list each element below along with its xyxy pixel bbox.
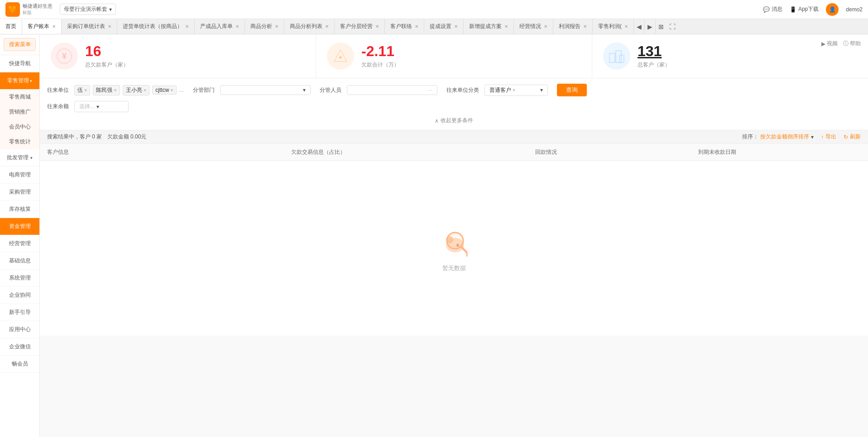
close-icon[interactable]: ✕ — [624, 24, 628, 29]
sidebar-item-wholesale-mgmt[interactable]: 批发管理 ▾ — [0, 149, 39, 166]
help-btn[interactable]: ⓘ 帮助 — [843, 40, 861, 48]
remove-cjttcw-btn[interactable]: × — [170, 87, 173, 93]
close-icon[interactable]: ✕ — [504, 24, 508, 29]
filter-row-1: 往来单位 伍 × 陈民强 × 王小亮 × cjttcw — [47, 84, 861, 96]
sidebar-item-marketing[interactable]: 营销推广 — [0, 104, 39, 119]
sidebar-item-quick-nav[interactable]: 快捷导航 — [0, 55, 39, 72]
tab-new-promotion-plan[interactable]: 新增提成方案 ✕ — [464, 19, 514, 34]
sidebar-item-retail-mall[interactable]: 零售商城 — [0, 90, 39, 104]
phone-icon: 📱 — [790, 6, 796, 13]
username-label: demo2 — [846, 6, 863, 13]
close-icon[interactable]: ✕ — [583, 24, 587, 29]
sidebar-search-area: 搜索菜单 — [0, 34, 39, 55]
person-select[interactable]: ··· — [347, 85, 437, 95]
close-icon[interactable]: ✕ — [235, 24, 239, 29]
sidebar-item-basic-info[interactable]: 基础信息 — [0, 252, 39, 270]
remove-wang-btn[interactable]: × — [144, 87, 146, 93]
tab-purchase-stat-by-product[interactable]: 进货单统计表（按商品） ✕ — [117, 19, 195, 34]
tab-business-situation[interactable]: 经营情况 ✕ — [514, 19, 553, 34]
collapse-label: 收起更多条件 — [441, 117, 473, 124]
tab-promotion-settings[interactable]: 提成设置 ✕ — [424, 19, 464, 34]
close-icon[interactable]: ✕ — [185, 24, 189, 29]
sidebar-item-enterprise-coop[interactable]: 企业协同 — [0, 287, 39, 304]
sort-select[interactable]: 排序： 按欠款金额倒序排序 ▾ — [742, 133, 814, 141]
sidebar-item-retail-stats[interactable]: 零售统计 — [0, 134, 39, 149]
filter-tag-wu: 伍 × — [74, 85, 90, 95]
tab-purchase-order-stat[interactable]: 采购订单统计表 ✕ — [62, 19, 117, 34]
tab-profit-report[interactable]: 利润报告 ✕ — [553, 19, 593, 34]
unit-category-select[interactable]: 普通客户 × ▾ — [484, 85, 548, 96]
tab-product-analysis-list[interactable]: 商品分析列表 ✕ — [284, 19, 335, 34]
close-icon[interactable]: ✕ — [375, 24, 379, 29]
dept-select[interactable]: ▾ — [220, 85, 311, 95]
filter-tag-wang: 王小亮 × — [123, 85, 149, 95]
retail-profit-label: 零售利润( — [598, 23, 622, 30]
stat-overdue-customers-content: 16 总欠款客户（家） — [85, 43, 129, 69]
tab-prev-btn[interactable]: ◀ — [634, 19, 645, 34]
close-icon[interactable]: ✕ — [52, 24, 56, 29]
home-tab-label: 首页 — [5, 23, 16, 30]
close-icon[interactable]: ✕ — [415, 24, 418, 29]
tag-chen-label: 陈民强 — [96, 86, 112, 94]
filter-area: 往来单位 伍 × 陈民强 × 王小亮 × cjttcw — [40, 78, 868, 130]
sidebar-item-inventory[interactable]: 库存核算 — [0, 201, 39, 218]
sidebar-item-member-center[interactable]: 会员中心 — [0, 119, 39, 134]
remove-chen-btn[interactable]: × — [114, 87, 116, 93]
person-filter-label: 分管人员 — [320, 86, 341, 94]
message-btn[interactable]: 💬 消息 — [763, 5, 782, 13]
purchase-order-stat-label: 采购订单统计表 — [67, 23, 105, 30]
sidebar-item-app-center[interactable]: 应用中心 — [0, 321, 39, 338]
new-promotion-plan-label: 新增提成方案 — [469, 23, 502, 30]
remove-category-btn[interactable]: × — [513, 87, 515, 93]
col-due-date: 到期未收款日期 — [698, 148, 861, 156]
close-icon[interactable]: ✕ — [325, 24, 329, 29]
logo-area: 🧡 畅捷通好生意 标版 — [5, 2, 53, 17]
tab-customer-contact[interactable]: 客户联络 ✕ — [385, 19, 424, 34]
data-table: 客户信息 欠款交易信息（占比） 回款情况 到期未收款日期 — [40, 144, 868, 336]
avatar[interactable]: 👤 — [826, 3, 839, 16]
close-icon[interactable]: ✕ — [454, 24, 458, 29]
refresh-label: 刷新 — [850, 133, 861, 141]
filter-tag-chen: 陈民强 × — [93, 85, 120, 95]
tab-customer-account[interactable]: 客户账本 ✕ — [22, 19, 62, 34]
balance-select[interactable]: 选择... ▾ — [74, 101, 129, 112]
tab-home[interactable]: 首页 — [0, 19, 22, 34]
sidebar-item-ecommerce-mgmt[interactable]: 电商管理 — [0, 166, 39, 184]
tab-product-analysis[interactable]: 商品分析 ✕ — [245, 19, 284, 34]
collapse-btn[interactable]: ∧ 收起更多条件 — [47, 117, 861, 124]
export-btn[interactable]: ↑ 导出 — [821, 133, 836, 141]
query-btn[interactable]: 查询 — [557, 84, 587, 96]
filter-more-indicator[interactable]: ... — [179, 87, 184, 93]
account-label: 母婴行业演示帐套 — [64, 5, 107, 13]
tab-product-inbound[interactable]: 产成品入库单 ✕ — [195, 19, 245, 34]
sidebar-item-retail-mgmt[interactable]: 零售管理 ▾ — [0, 72, 39, 90]
tab-customer-segment[interactable]: 客户分层经营 ✕ — [335, 19, 385, 34]
tab-next-btn[interactable]: ▶ — [645, 19, 656, 34]
refresh-btn[interactable]: ↻ 刷新 — [844, 133, 861, 141]
tab-retail-profit[interactable]: 零售利润( ✕ — [593, 19, 634, 34]
account-select[interactable]: 母婴行业演示帐套 ▾ — [60, 4, 116, 15]
sidebar-item-enterprise-wechat[interactable]: 企业微信 — [0, 338, 39, 356]
export-label: 导出 — [825, 133, 836, 141]
close-icon[interactable]: ✕ — [544, 24, 547, 29]
sidebar-item-new-guide[interactable]: 新手引导 — [0, 304, 39, 321]
stat-overdue-amount-value: -2.11 — [361, 43, 399, 59]
unit-category-label: 往来单位分类 — [446, 86, 479, 94]
sidebar-search-btn[interactable]: 搜索菜单 — [4, 38, 36, 51]
remove-wu-btn[interactable]: × — [84, 87, 87, 93]
sidebar-item-vip-member[interactable]: 畅会员 — [0, 356, 39, 373]
sidebar-item-capital-mgmt[interactable]: 资金管理 — [0, 218, 39, 235]
result-actions: 排序： 按欠款金额倒序排序 ▾ ↑ 导出 ↻ 刷新 — [742, 133, 861, 141]
app-download-btn[interactable]: 📱 App下载 — [790, 5, 819, 13]
tab-fullscreen-btn[interactable]: ⛶ — [667, 19, 678, 34]
tab-expand-btn[interactable]: ⊠ — [656, 19, 667, 34]
filter-tag-cjttcw: cjttcw × — [152, 86, 176, 95]
unit-category-tag: 普通客户 × — [489, 86, 515, 94]
close-icon[interactable]: ✕ — [275, 24, 278, 29]
sidebar-item-purchase-mgmt[interactable]: 采购管理 — [0, 184, 39, 201]
tag-cjttcw-label: cjttcw — [155, 87, 169, 93]
close-icon[interactable]: ✕ — [108, 24, 111, 29]
video-help-btn[interactable]: ▶ 视频 — [821, 40, 838, 48]
sidebar-item-system-mgmt[interactable]: 系统管理 — [0, 270, 39, 287]
sidebar-item-operation-mgmt[interactable]: 经营管理 — [0, 235, 39, 252]
